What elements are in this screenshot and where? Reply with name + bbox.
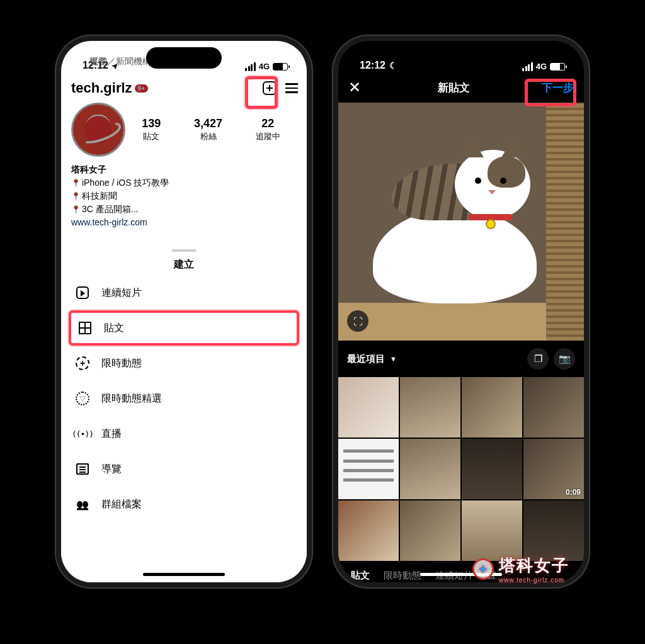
video-duration: 0:09 xyxy=(566,488,581,497)
dynamic-island xyxy=(423,47,499,69)
sheet-item-highlight[interactable]: 限時動態精選 xyxy=(61,381,307,416)
profile-dimmed-layer: 12:12 4G tech.girlz 9+ xyxy=(61,41,307,237)
dnd-icon xyxy=(389,60,397,71)
guide-icon xyxy=(76,463,89,475)
sheet-item-guide[interactable]: 導覽 xyxy=(61,451,307,487)
gallery-thumb[interactable] xyxy=(338,500,399,561)
reels-icon xyxy=(76,286,89,299)
gallery-thumb[interactable] xyxy=(462,439,522,499)
new-post-title: 新貼文 xyxy=(366,81,542,95)
network-label: 4G xyxy=(536,62,547,71)
sheet-item-post[interactable]: 貼文 xyxy=(69,310,299,346)
sheet-handle[interactable] xyxy=(171,249,197,252)
gallery-thumb[interactable] xyxy=(400,500,460,561)
group-icon xyxy=(75,497,90,512)
menu-button[interactable] xyxy=(285,83,298,93)
watermark: ✦ 塔科女子 www.tech-girlz.com xyxy=(472,555,569,584)
gallery-thumb[interactable] xyxy=(338,439,399,499)
album-selector-row: 最近項目 ▼ ❐ 📷 xyxy=(338,341,584,377)
gallery-thumb[interactable] xyxy=(462,500,522,561)
sheet-item-live[interactable]: 直播 xyxy=(61,416,307,451)
sheet-item-group[interactable]: 群組檔案 xyxy=(61,487,307,522)
sheet-item-reels[interactable]: 連續短片 xyxy=(61,275,307,310)
gallery-thumb[interactable]: 0:09 xyxy=(523,439,584,499)
gallery-thumb[interactable] xyxy=(400,377,460,438)
chevron-down-icon: ▼ xyxy=(390,355,397,363)
battery-icon xyxy=(550,63,565,71)
gallery-thumb[interactable] xyxy=(523,377,584,438)
grid-icon xyxy=(79,322,91,334)
profile-bio: 塔科女子 媒體／新聞機構 iPhone / iOS 技巧教學 科技新聞 3C 產… xyxy=(61,163,307,237)
home-indicator[interactable] xyxy=(143,573,225,576)
highlight-icon xyxy=(76,392,89,405)
phone-right: 12:12 4G ✕ 新貼文 下一步 xyxy=(332,35,590,589)
close-button[interactable]: ✕ xyxy=(348,79,366,96)
dynamic-island xyxy=(146,47,222,69)
tab-post[interactable]: 貼文 xyxy=(351,570,370,582)
album-selector[interactable]: 最近項目 xyxy=(347,353,385,365)
live-icon xyxy=(75,426,90,441)
story-icon xyxy=(76,356,89,370)
phone-left: 12:12 4G tech.girlz 9+ xyxy=(55,35,313,589)
gallery-thumb[interactable] xyxy=(400,439,460,499)
tab-story[interactable]: 限時動態 xyxy=(384,570,421,582)
expand-button[interactable]: ⛶ xyxy=(347,310,368,332)
status-time: 12:12 xyxy=(360,60,385,71)
signal-icon xyxy=(522,62,533,71)
gallery-thumb[interactable] xyxy=(338,377,399,438)
gallery-thumb[interactable] xyxy=(523,500,584,561)
watermark-logo-icon: ✦ xyxy=(472,558,494,580)
gallery-thumb[interactable] xyxy=(462,377,522,438)
camera-button[interactable]: 📷 xyxy=(554,348,575,370)
sheet-item-story[interactable]: 限時動態 xyxy=(61,346,307,381)
photo-preview[interactable]: ⛶ xyxy=(338,103,584,341)
highlight-create-button xyxy=(245,76,278,109)
create-sheet: 建立 連續短片 貼文 限時動態 限時動態精選 xyxy=(61,242,307,582)
sheet-title: 建立 xyxy=(61,258,307,271)
photo-gallery: 0:09 xyxy=(338,377,584,562)
multi-select-button[interactable]: ❐ xyxy=(527,348,549,370)
highlight-next-button xyxy=(525,79,576,106)
